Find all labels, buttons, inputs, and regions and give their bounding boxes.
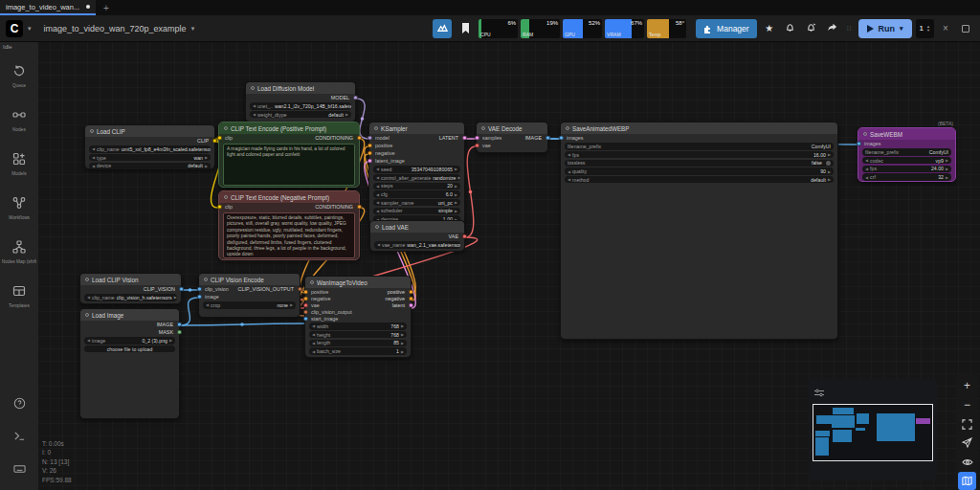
input-slot-clip_vision_output[interactable]: [303, 309, 308, 314]
node-save-animated-webp[interactable]: SaveAnimatedWEBPimagesfilename_prefixCom…: [560, 122, 838, 340]
decrement-icon[interactable]: ◀: [568, 177, 570, 182]
decrement-icon[interactable]: ◀: [312, 323, 315, 328]
decrement-icon[interactable]: ◀: [376, 192, 379, 197]
widget-cfg[interactable]: ◀cfg6.0▶: [373, 190, 460, 198]
collapse-dot-icon[interactable]: [374, 126, 378, 130]
widget-clip-name[interactable]: ◀clip_nameclip_vision_h.safetensors▶: [84, 294, 177, 301]
workflow-tab[interactable]: image_to_video_wan...: [0, 0, 96, 15]
decrement-icon[interactable]: ◀: [376, 175, 379, 180]
collapse-dot-icon[interactable]: [204, 278, 208, 281]
widget-batch-size[interactable]: ◀batch_size1▶: [309, 347, 407, 355]
collapse-dot-icon[interactable]: [863, 132, 867, 136]
output-slot-CLIP[interactable]: [212, 139, 217, 144]
decrement-icon[interactable]: ◀: [376, 209, 379, 213]
increment-icon[interactable]: ▶: [946, 158, 948, 163]
node-title-bar[interactable]: SaveAnimatedWEBP: [561, 122, 837, 134]
input-slot-images[interactable]: [559, 136, 564, 141]
widget-height[interactable]: ◀height768▶: [309, 331, 407, 339]
increment-icon[interactable]: ▶: [401, 349, 404, 354]
decrement-icon[interactable]: ◀: [376, 184, 379, 189]
increment-icon[interactable]: ▶: [828, 152, 831, 157]
new-tab-button[interactable]: +: [96, 0, 117, 15]
input-slot-clip[interactable]: [217, 205, 222, 210]
bell-alert-icon[interactable]: [803, 22, 820, 34]
node-title-bar[interactable]: Load CLIP Vision: [80, 274, 181, 285]
node-clip-vision-encode[interactable]: CLIP Vision Encodeclip_visionCLIP_VISION…: [198, 273, 301, 318]
increment-icon[interactable]: ▶: [455, 167, 457, 171]
input-slot-clip_vision[interactable]: [197, 287, 202, 292]
minimap-toggle-button[interactable]: [958, 472, 976, 490]
increment-icon[interactable]: ▶: [174, 295, 177, 300]
widget-filename-prefix[interactable]: filename_prefixComfyUI: [565, 143, 834, 150]
collapse-dot-icon[interactable]: [90, 129, 94, 133]
sidebar-item-templates[interactable]: Templates: [0, 276, 38, 316]
decrement-icon[interactable]: ◀: [312, 332, 315, 337]
widget-method[interactable]: ◀methoddefault▶: [565, 176, 834, 184]
increment-icon[interactable]: ▶: [205, 164, 208, 168]
node-load-clip-vision[interactable]: Load CLIP VisionCLIP_VISION◀clip_namecli…: [79, 273, 182, 304]
decrement-icon[interactable]: ◀: [92, 155, 95, 160]
collapse-dot-icon[interactable]: [224, 126, 228, 130]
input-slot-image[interactable]: [197, 295, 202, 300]
workflow-name[interactable]: image_to_video_wan_720p_example: [44, 24, 187, 33]
sidebar-item-queue[interactable]: Queue: [0, 56, 38, 96]
shortcuts-button[interactable]: [0, 452, 38, 484]
output-slot-negative[interactable]: [409, 296, 413, 301]
input-slot-negative[interactable]: [368, 151, 372, 156]
output-slot-CLIP_VISION_OUTPUT[interactable]: [298, 287, 302, 292]
output-slot-CONDITIONING[interactable]: [357, 205, 362, 210]
increment-icon[interactable]: ▶: [455, 192, 457, 197]
widget-crop[interactable]: ◀cropnone▶: [203, 301, 296, 309]
increment-icon[interactable]: ▶: [455, 209, 457, 213]
widget-quality[interactable]: ◀quality90▶: [565, 167, 834, 175]
output-slot-latent[interactable]: [409, 302, 413, 307]
decrement-icon[interactable]: ◀: [568, 152, 570, 157]
bell-icon[interactable]: [782, 22, 799, 34]
input-slot-vae[interactable]: [475, 144, 479, 148]
decrement-icon[interactable]: ◀: [87, 295, 90, 300]
toggle-knob[interactable]: [826, 161, 831, 166]
widget-codec[interactable]: ◀codecvp9▶: [862, 157, 951, 165]
sidebar-item-models[interactable]: Models: [0, 144, 38, 184]
output-slot-CLIP_VISION[interactable]: [179, 287, 184, 292]
drag-handle[interactable]: ⁞⁞: [847, 25, 853, 32]
widget-fps[interactable]: ◀fps24.00▶: [862, 166, 951, 173]
widget-type[interactable]: ◀typewan▶: [89, 154, 211, 162]
widget-seed[interactable]: ◀seed353470491080065▶: [373, 166, 460, 173]
widget-image[interactable]: ◀image0_2 (3).png▶: [84, 337, 175, 345]
decrement-icon[interactable]: ◀: [87, 338, 90, 343]
batch-count-input[interactable]: 1 ▲▼: [916, 19, 934, 38]
collapse-dot-icon[interactable]: [85, 313, 89, 317]
node-save-webm[interactable]: (BETA)SaveWEBMimagesfilename_prefixComfy…: [858, 127, 956, 182]
decrement-icon[interactable]: ◀: [568, 169, 570, 174]
decrement-icon[interactable]: ◀: [865, 167, 868, 171]
widget-weight-dtype[interactable]: ◀weight_dtypedefault▶: [250, 111, 351, 119]
help-button[interactable]: [0, 387, 38, 419]
decrement-icon[interactable]: ◀: [253, 103, 256, 108]
node-vae-decode[interactable]: VAE DecodesamplesIMAGEvae: [476, 122, 548, 153]
collapse-dot-icon[interactable]: [224, 195, 228, 199]
sidebar-item-workflows[interactable]: Workflows: [0, 188, 38, 228]
node-ksampler[interactable]: KSamplermodelLATENTpositivenegativelaten…: [368, 122, 465, 224]
collapse-dot-icon[interactable]: [375, 225, 379, 229]
widget-width[interactable]: ◀width768▶: [309, 323, 407, 330]
increment-icon[interactable]: ▶: [401, 341, 404, 345]
decrement-icon[interactable]: ◀: [376, 167, 379, 171]
node-title-bar[interactable]: Load Image: [80, 309, 179, 321]
input-slot-start_image[interactable]: [303, 316, 308, 321]
minimap-settings-icon[interactable]: [814, 384, 824, 401]
widget-steps[interactable]: ◀steps20▶: [373, 183, 460, 190]
input-slot-latent_image[interactable]: [368, 159, 372, 164]
stepper-arrows[interactable]: ▲▼: [926, 25, 930, 33]
increment-icon[interactable]: ▶: [290, 302, 293, 307]
pan-mode-button[interactable]: [958, 434, 976, 452]
widget-device[interactable]: ◀devicedefault▶: [89, 163, 211, 170]
node-load-clip[interactable]: Load CLIPCLIP◀clip_nameumt5_xxl_fp8_e4m3…: [84, 124, 215, 169]
assistant-button[interactable]: [433, 19, 452, 38]
increment-icon[interactable]: ▶: [458, 175, 460, 180]
node-load-image[interactable]: Load ImageIMAGEMASK◀image0_2 (3).png▶cho…: [79, 308, 180, 419]
widget-length[interactable]: ◀length85▶: [309, 340, 407, 347]
sidebar-item-nodes-map-shift[interactable]: Nodes Map (shift: [0, 232, 38, 272]
increment-icon[interactable]: ▶: [169, 338, 172, 343]
collapse-dot-icon[interactable]: [481, 126, 485, 130]
